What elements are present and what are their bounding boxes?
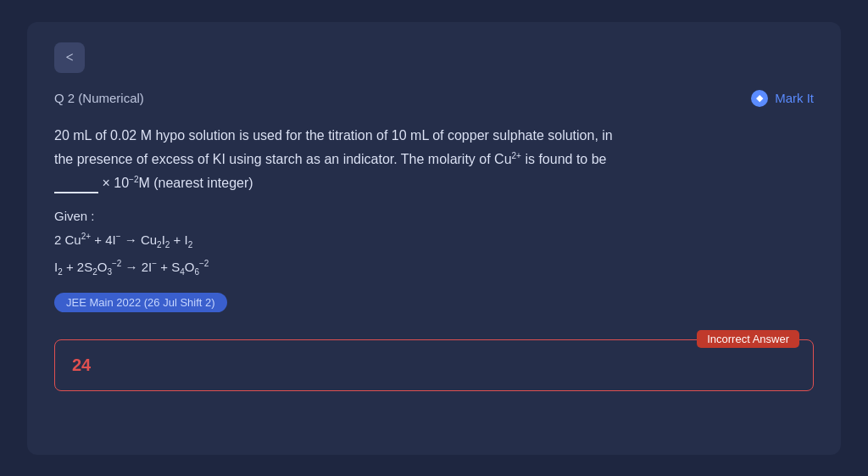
question-card: < Q 2 (Numerical) ◆ Mark It 20 mL of 0.0… [27,22,841,455]
equation1: 2 Cu2+ + 4I− → Cu2I2 + I2 [54,230,814,252]
bookmark-icon: ◆ [751,90,768,107]
question-header: Q 2 (Numerical) ◆ Mark It [54,90,814,107]
cu-superscript: 2+ [512,150,521,160]
given-section: Given : [54,209,814,223]
equation2: I2 + 2S2O3−2 → 2I− + S4O6−2 [54,257,814,279]
top-bar: < [54,42,814,73]
tag-button[interactable]: JEE Main 2022 (26 Jul Shift 2) [54,293,227,312]
outer-container: < Q 2 (Numerical) ◆ Mark It 20 mL of 0.0… [0,0,868,476]
equations: 2 Cu2+ + 4I− → Cu2I2 + I2 I2 + 2S2O3−2 →… [54,230,814,279]
question-label: Q 2 (Numerical) [54,91,144,105]
question-line1: 20 mL of 0.02 M hypo solution is used fo… [54,128,613,143]
mark-it-button[interactable]: ◆ Mark It [751,90,814,107]
underline-blank [54,192,98,193]
mark-it-label: Mark It [775,91,814,105]
back-button[interactable]: < [54,42,85,73]
answer-section: Incorrect Answer 24 [54,339,814,391]
incorrect-answer-badge: Incorrect Answer [697,330,799,348]
question-line3: × 10−2M (nearest integer) [102,176,253,190]
question-line2: the presence of excess of KI using starc… [54,152,606,166]
exponent: −2 [129,174,138,183]
answer-value: 24 [72,356,91,374]
question-text: 20 mL of 0.02 M hypo solution is used fo… [54,124,814,195]
